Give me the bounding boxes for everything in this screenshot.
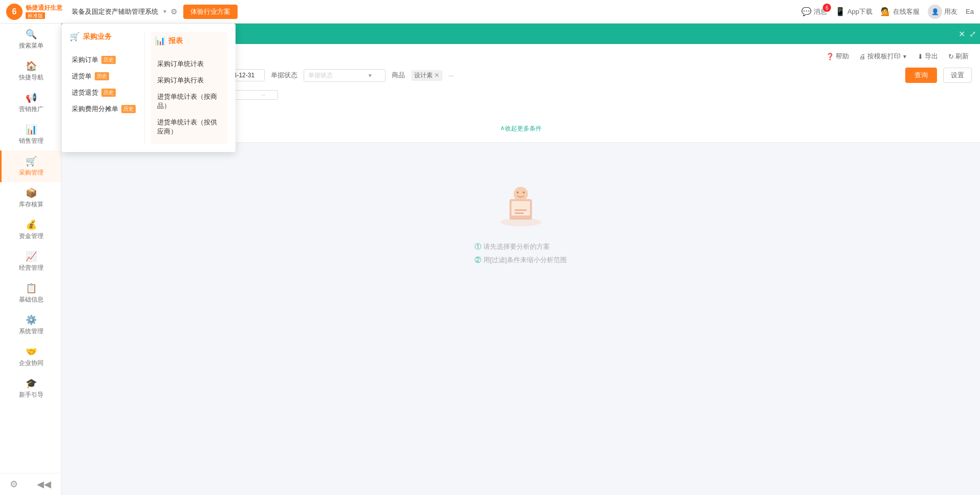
system-title-area: 装备及固定资产辅助管理系统 ▼ ⚙ 体验行业方案 [72, 5, 801, 19]
enterprise-icon: 🤝 [26, 346, 37, 357]
svg-rect-7 [515, 212, 524, 214]
ea-label: Ea [966, 8, 974, 15]
tabs-bar-right: ✕ ⤢ [958, 29, 976, 39]
search-sidebar-icon: 🔍 [26, 29, 37, 40]
topbar-right: 💬 消息 6 📱 App下载 💁 在线客服 👤 用友 Ea [801, 5, 974, 19]
system-dropdown-arrow[interactable]: ▼ [162, 9, 167, 14]
product-label: 商品 [392, 71, 405, 80]
basicinfo-icon: 📋 [26, 283, 37, 294]
empty-state: ① 请先选择要分析的方案 ② 用[过滤]条件来缩小分析范围 [61, 143, 980, 308]
dropdown-item-goods-receipt[interactable]: 进货单 历史 [70, 68, 138, 84]
dropdown-item-goods-return[interactable]: 进货退货 历史 [70, 84, 138, 101]
report-col-icon: 📊 [155, 36, 165, 46]
tabs-close-icon[interactable]: ✕ [958, 29, 965, 39]
service-icon: 💁 [881, 7, 891, 16]
print-dropdown-arrow[interactable]: ▼ [902, 54, 907, 59]
app-download-button[interactable]: 📱 App下载 [835, 7, 872, 16]
goods-return-history-badge: 历史 [101, 89, 116, 97]
empty-tip-1: ① 请先选择要分析的方案 ② 用[过滤]条件来缩小分析范围 [475, 240, 567, 267]
collapse-sidebar-icon[interactable]: ◀◀ [37, 479, 51, 490]
doc-status-select[interactable]: 单据状态 ▼ [304, 69, 386, 82]
report-col-title: 📊 报表 [155, 36, 224, 50]
query-button[interactable]: 查询 [905, 68, 937, 83]
doc-status-label: 单据状态 [271, 71, 297, 80]
empty-illustration [495, 184, 546, 230]
purchase-icon: 🛒 [26, 156, 37, 167]
setting-button[interactable]: 设置 [943, 68, 972, 83]
message-button[interactable]: 💬 消息 6 [801, 7, 827, 16]
sidebar-item-sales[interactable]: 📊 销售管理 [0, 119, 61, 150]
export-icon: ⬇ [918, 53, 923, 60]
user-avatar-button[interactable]: 👤 用友 [928, 5, 957, 19]
help-icon: ❓ [826, 53, 834, 60]
svg-rect-6 [515, 209, 527, 211]
message-icon: 💬 [801, 7, 812, 16]
svg-point-4 [517, 191, 519, 193]
sidebar-item-operation[interactable]: 📈 经营管理 [0, 246, 61, 277]
dropdown-item-purchase-expense[interactable]: 采购费用分摊单 历史 [70, 101, 138, 117]
toolbar-right: ❓ 帮助 🖨 按模板打印 ▼ ⬇ 导出 ↻ [823, 50, 972, 62]
online-service-button[interactable]: 💁 在线客服 [881, 7, 920, 16]
refresh-button[interactable]: ↻ 刷新 [945, 50, 972, 62]
sidebar-item-purchase[interactable]: 🛒 采购管理 [0, 150, 61, 182]
home-icon: 🏠 [26, 60, 37, 72]
settings-bottom-icon[interactable]: ⚙ [10, 479, 18, 490]
dropdown-item-po-stats[interactable]: 采购订单统计表 [155, 56, 224, 72]
refresh-icon: ↻ [948, 53, 954, 60]
sidebar-item-system[interactable]: ⚙️ 系统管理 [0, 309, 61, 341]
trial-button[interactable]: 体验行业方案 [183, 5, 238, 19]
export-button[interactable]: ⬇ 导出 [914, 50, 941, 62]
print-icon: 🖨 [859, 53, 866, 60]
sidebar-item-basicinfo[interactable]: 📋 基础信息 [0, 277, 61, 309]
print-button[interactable]: 🖨 按模板打印 ▼ [856, 50, 910, 62]
svg-point-5 [523, 191, 525, 193]
purchase-col: 🛒 采购业务 采购订单 历史 进货单 历史 进货退货 历史 采购费用分摊单 历史 [70, 32, 138, 144]
tabs-fullscreen-icon[interactable]: ⤢ [969, 29, 976, 39]
dropdown-item-receipt-by-supplier[interactable]: 进货单统计表（按供应商） [155, 114, 224, 140]
sidebar-item-marketing[interactable]: 📢 营销推广 [0, 87, 61, 119]
finance-icon: 💰 [26, 219, 37, 230]
logo-area: 6 畅捷通好生意 标准版 [6, 4, 68, 20]
dropdown-header: 🛒 采购业务 采购订单 历史 进货单 历史 进货退货 历史 采购费用分摊单 历史 [70, 32, 227, 144]
inventory-icon: 📦 [26, 187, 37, 199]
sidebar-bottom: ⚙ ◀◀ [0, 473, 61, 495]
topbar: 6 畅捷通好生意 标准版 装备及固定资产辅助管理系统 ▼ ⚙ 体验行业方案 💬 … [0, 0, 980, 24]
purchase-dropdown-menu: 🛒 采购业务 采购订单 历史 进货单 历史 进货退货 历史 采购费用分摊单 历史 [61, 24, 236, 152]
purchase-col-title: 🛒 采购业务 [70, 32, 138, 46]
message-badge: 6 [823, 4, 831, 12]
operation-icon: 📈 [26, 251, 37, 262]
report-col: 📊 报表 采购订单统计表 采购订单执行表 进货单统计表（按商品） 进货单统计表（… [151, 32, 228, 144]
sidebar-item-enterprise[interactable]: 🤝 企业协同 [0, 341, 61, 373]
system-icon: ⚙️ [26, 314, 37, 326]
dropdown-item-receipt-by-product[interactable]: 进货单统计表（按商品） [155, 89, 224, 114]
collapse-arrow-icon: ∧ [500, 124, 505, 133]
product-more[interactable]: ··· [449, 72, 454, 79]
sales-icon: 📊 [26, 124, 37, 135]
system-title: 装备及固定资产辅助管理系统 [72, 7, 158, 16]
logo-text: 畅捷通好生意 标准版 [26, 4, 62, 19]
marketing-icon: 📢 [26, 92, 37, 103]
dropdown-divider [144, 32, 145, 144]
product-tag-chip: 设计素 ✕ [411, 70, 442, 81]
logo-icon: 6 [6, 4, 23, 20]
newbie-icon: 🎓 [26, 378, 37, 389]
phone-icon: 📱 [835, 7, 845, 16]
sidebar-item-quicknav[interactable]: 🏠 快捷导航 [0, 55, 61, 87]
sidebar: 🔍 搜索菜单 🏠 快捷导航 📢 营销推广 📊 销售管理 🛒 采购管理 📦 库存核… [0, 24, 61, 495]
dropdown-item-po-exec[interactable]: 采购订单执行表 [155, 72, 224, 89]
gear-icon[interactable]: ⚙ [171, 7, 177, 16]
product-tag-remove[interactable]: ✕ [434, 72, 439, 79]
sidebar-item-search[interactable]: 🔍 搜索菜单 [0, 24, 61, 55]
help-button[interactable]: ❓ 帮助 [823, 50, 852, 62]
goods-receipt-history-badge: 历史 [95, 72, 109, 80]
sidebar-item-finance[interactable]: 💰 资金管理 [0, 214, 61, 246]
sidebar-item-newbie[interactable]: 🎓 新手引导 [0, 373, 61, 404]
purchase-col-icon: 🛒 [70, 32, 80, 41]
purchase-order-history-badge: 历史 [101, 56, 116, 64]
dropdown-item-purchase-order[interactable]: 采购订单 历史 [70, 52, 138, 68]
svg-point-3 [514, 187, 528, 201]
avatar: 👤 [928, 5, 942, 19]
sidebar-item-inventory[interactable]: 📦 库存核算 [0, 182, 61, 214]
purchase-expense-history-badge: 历史 [121, 105, 136, 113]
